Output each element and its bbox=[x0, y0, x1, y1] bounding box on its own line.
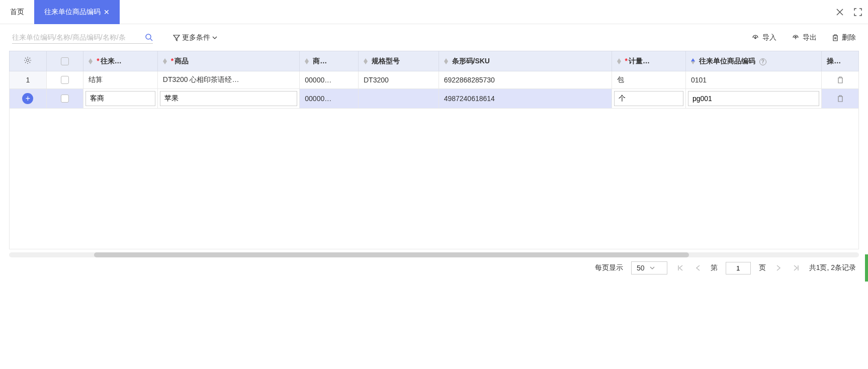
help-icon[interactable]: ? bbox=[759, 58, 766, 65]
import-button[interactable]: 导入 bbox=[751, 33, 776, 42]
cell-product-short: 00000… bbox=[300, 89, 359, 109]
export-button[interactable]: 导出 bbox=[792, 33, 817, 42]
cell-action bbox=[822, 89, 859, 109]
table-row[interactable]: 1 结算 DT3200 心相印茶语经… 00000… DT3200 692286… bbox=[10, 71, 859, 89]
sort-icon bbox=[163, 58, 167, 64]
delete-row-icon[interactable] bbox=[827, 76, 853, 83]
checkbox[interactable] bbox=[61, 95, 69, 103]
header-unit[interactable]: *计量… bbox=[612, 51, 685, 71]
sort-icon bbox=[444, 58, 448, 64]
cell-unit[interactable]: 包 bbox=[612, 71, 685, 89]
checkbox[interactable] bbox=[61, 76, 69, 84]
fullscreen-icon[interactable] bbox=[853, 7, 863, 17]
cell-partner-code[interactable]: 0101 bbox=[685, 71, 821, 89]
cell-partner-code[interactable] bbox=[685, 89, 821, 109]
header-action: 操… bbox=[822, 51, 859, 71]
pagination-summary: 共1页, 2条记录 bbox=[809, 263, 856, 272]
search-input[interactable] bbox=[12, 31, 145, 43]
header-action-label: 操… bbox=[827, 57, 841, 65]
next-page-button[interactable] bbox=[774, 265, 783, 271]
header-barcode[interactable]: 条形码/SKU bbox=[439, 51, 612, 71]
header-spec-label: 规格型号 bbox=[372, 57, 400, 65]
cell-partner[interactable]: 结算 bbox=[83, 71, 157, 89]
tab-partner-product-code[interactable]: 往来单位商品编码 ✕ bbox=[34, 0, 120, 24]
tab-bar: 首页 往来单位商品编码 ✕ bbox=[0, 0, 868, 24]
product-input[interactable] bbox=[160, 91, 298, 106]
tab-home-label: 首页 bbox=[10, 8, 24, 17]
close-panel-icon[interactable] bbox=[835, 7, 845, 17]
first-page-button[interactable] bbox=[675, 265, 685, 271]
table-row[interactable]: + 00000… 4987240618614 bbox=[10, 89, 859, 109]
row-checkbox-cell bbox=[46, 71, 83, 89]
cell-product[interactable] bbox=[157, 89, 300, 109]
table-header-row: *往来… *商品 商… 规格型号 条形码/SKU *计量… bbox=[10, 51, 859, 71]
chevron-down-icon bbox=[212, 36, 217, 39]
row-checkbox-cell bbox=[46, 89, 83, 109]
page-suffix-label: 页 bbox=[759, 263, 766, 272]
last-page-button[interactable] bbox=[791, 265, 801, 271]
delete-button[interactable]: 删除 bbox=[832, 33, 856, 42]
checkbox[interactable] bbox=[61, 57, 69, 65]
svg-point-1 bbox=[27, 59, 29, 62]
toolbar: 更多条件 导入 导出 删除 bbox=[0, 24, 868, 51]
header-product-short[interactable]: 商… bbox=[300, 51, 359, 71]
page-prefix-label: 第 bbox=[711, 263, 718, 272]
more-conditions-button[interactable]: 更多条件 bbox=[173, 33, 217, 42]
required-mark: * bbox=[625, 57, 627, 65]
header-partner[interactable]: *往来… bbox=[83, 51, 157, 71]
cell-partner[interactable] bbox=[83, 89, 157, 109]
export-label: 导出 bbox=[803, 33, 817, 42]
tab-home[interactable]: 首页 bbox=[0, 0, 34, 24]
cell-product-short: 00000… bbox=[300, 71, 359, 89]
import-icon bbox=[751, 34, 759, 42]
header-partner-code[interactable]: 往来单位商品编码 ? bbox=[685, 51, 821, 71]
cell-action bbox=[822, 71, 859, 89]
gear-icon bbox=[24, 56, 32, 64]
right-accent-bar bbox=[865, 254, 868, 282]
chevron-down-icon bbox=[650, 266, 655, 269]
search-box bbox=[12, 31, 153, 44]
toolbar-right: 导入 导出 删除 bbox=[751, 33, 856, 42]
sort-icon bbox=[89, 58, 93, 64]
trash-icon bbox=[832, 34, 839, 41]
table-empty-area bbox=[9, 109, 859, 249]
search-icon[interactable] bbox=[145, 33, 153, 41]
required-mark: * bbox=[171, 57, 173, 65]
export-icon bbox=[792, 34, 800, 42]
header-product-short-label: 商… bbox=[313, 57, 327, 65]
add-row-button[interactable]: + bbox=[22, 93, 33, 104]
cell-product[interactable]: DT3200 心相印茶语经… bbox=[157, 71, 300, 89]
header-product[interactable]: *商品 bbox=[157, 51, 300, 71]
required-mark: * bbox=[97, 57, 99, 65]
sort-icon bbox=[617, 58, 621, 64]
header-barcode-label: 条形码/SKU bbox=[452, 57, 490, 65]
header-product-label: 商品 bbox=[175, 57, 189, 65]
cell-barcode: 6922868285730 bbox=[439, 71, 612, 89]
cell-spec: DT3200 bbox=[358, 71, 439, 89]
pagination-bar: 每页显示 50 第 页 共1页, 2条记录 bbox=[0, 254, 868, 282]
header-settings[interactable] bbox=[10, 51, 47, 71]
cell-unit[interactable] bbox=[612, 89, 685, 109]
delete-row-icon[interactable] bbox=[827, 95, 853, 102]
sort-icon bbox=[364, 58, 368, 64]
row-add: + bbox=[10, 89, 47, 109]
prev-page-button[interactable] bbox=[693, 265, 703, 271]
partner-input[interactable] bbox=[85, 91, 155, 106]
svg-point-0 bbox=[146, 34, 151, 39]
sort-icon bbox=[305, 58, 309, 64]
close-icon[interactable]: ✕ bbox=[104, 8, 110, 16]
import-label: 导入 bbox=[762, 33, 776, 42]
more-conditions-label: 更多条件 bbox=[182, 33, 210, 42]
data-table: *往来… *商品 商… 规格型号 条形码/SKU *计量… bbox=[9, 51, 859, 249]
unit-input[interactable] bbox=[614, 91, 683, 106]
header-spec[interactable]: 规格型号 bbox=[358, 51, 439, 71]
top-right-controls bbox=[835, 7, 863, 17]
sort-icon bbox=[691, 58, 695, 64]
header-partner-code-label: 往来单位商品编码 bbox=[699, 57, 755, 65]
horizontal-scrollbar[interactable] bbox=[9, 249, 859, 254]
header-checkbox[interactable] bbox=[46, 51, 83, 71]
per-page-select[interactable]: 50 bbox=[631, 261, 667, 274]
code-input[interactable] bbox=[688, 91, 819, 106]
page-number-input[interactable] bbox=[726, 262, 751, 274]
delete-label: 删除 bbox=[842, 33, 856, 42]
